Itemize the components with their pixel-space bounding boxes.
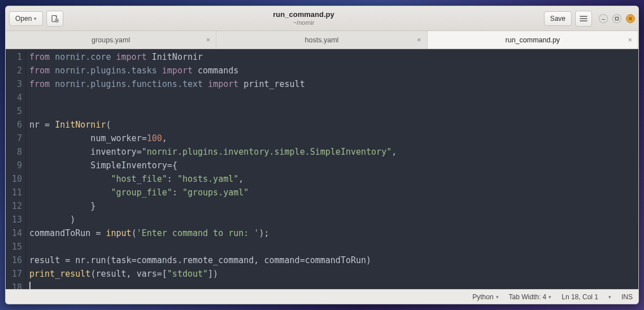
- line-number: 10: [6, 172, 22, 186]
- line-number: 14: [6, 226, 22, 240]
- code-line[interactable]: }: [29, 199, 638, 213]
- close-icon: [628, 16, 633, 21]
- hamburger-icon: [580, 15, 588, 22]
- save-button-label: Save: [550, 15, 565, 23]
- chevron-down-icon: ▾: [34, 16, 37, 21]
- open-button-label: Open: [15, 15, 32, 23]
- code-line[interactable]: [29, 104, 638, 118]
- tab-groups-yaml[interactable]: groups.yaml ×: [6, 31, 216, 49]
- tab-close-icon[interactable]: ×: [628, 36, 632, 44]
- line-number: 5: [6, 104, 22, 118]
- line-number: 17: [6, 267, 22, 281]
- minimize-icon: [601, 16, 606, 21]
- code-line[interactable]: num_worker=100,: [29, 132, 638, 145]
- status-tab-width-label: Tab Width: 4: [509, 293, 547, 301]
- code-line[interactable]: result = nr.run(task=commands.remote_com…: [29, 254, 638, 267]
- line-number: 3: [6, 77, 22, 91]
- line-number: 15: [6, 240, 22, 254]
- window-title: run_command.py: [67, 11, 540, 19]
- maximize-button[interactable]: [612, 14, 621, 23]
- tab-close-icon[interactable]: ×: [417, 36, 421, 44]
- status-insert-label: INS: [621, 293, 633, 301]
- chevron-down-icon: ▾: [549, 294, 551, 300]
- code-line[interactable]: [29, 91, 638, 104]
- maximize-icon: [615, 16, 619, 21]
- status-bar: Python ▾ Tab Width: 4 ▾ Ln 18, Col 1 ▾ I…: [6, 289, 638, 304]
- code-line[interactable]: [29, 240, 638, 254]
- code-content[interactable]: from nornir.core import InitNornirfrom n…: [26, 49, 638, 289]
- close-button[interactable]: [626, 14, 635, 23]
- save-button[interactable]: Save: [544, 11, 572, 26]
- code-line[interactable]: nr = InitNornir(: [29, 118, 638, 132]
- code-line[interactable]: from nornir.plugins.functions.text impor…: [29, 77, 638, 91]
- line-number: 4: [6, 91, 22, 104]
- tab-label: groups.yaml: [92, 36, 130, 44]
- line-number: 18: [6, 281, 22, 289]
- status-cursor-position[interactable]: Ln 18, Col 1: [562, 293, 598, 301]
- chevron-down-icon: ▾: [608, 294, 611, 300]
- code-line[interactable]: [29, 281, 638, 289]
- minimize-button[interactable]: [599, 14, 608, 23]
- code-line[interactable]: print_result(result, vars=["stdout"]): [29, 267, 638, 281]
- editor-window: Open ▾ run_command.py ~/nornir Save: [5, 6, 639, 304]
- code-line[interactable]: commandToRun = input('Enter command to r…: [29, 226, 638, 240]
- window-subtitle: ~/nornir: [67, 19, 540, 26]
- tab-hosts-yaml[interactable]: hosts.yaml ×: [216, 31, 427, 49]
- titlebar: Open ▾ run_command.py ~/nornir Save: [6, 6, 638, 31]
- line-number: 11: [6, 186, 22, 199]
- window-controls: [599, 14, 635, 23]
- tab-run-command-py[interactable]: run_command.py ×: [428, 31, 638, 49]
- line-number: 13: [6, 213, 22, 226]
- open-button[interactable]: Open ▾: [9, 11, 43, 26]
- text-cursor: [29, 282, 31, 289]
- status-insert-mode[interactable]: INS: [621, 293, 633, 301]
- code-line[interactable]: "host_file": "hosts.yaml",: [29, 172, 638, 186]
- code-line[interactable]: ): [29, 213, 638, 226]
- code-editor[interactable]: 123456789101112131415161718 from nornir.…: [6, 49, 638, 289]
- line-number: 7: [6, 132, 22, 145]
- line-number: 8: [6, 145, 22, 159]
- line-number: 12: [6, 199, 22, 213]
- code-line[interactable]: from nornir.plugins.tasks import command…: [29, 64, 638, 77]
- hamburger-menu-button[interactable]: [575, 11, 592, 27]
- line-number: 6: [6, 118, 22, 132]
- line-number: 16: [6, 254, 22, 267]
- line-number-gutter: 123456789101112131415161718: [6, 49, 26, 289]
- tab-label: run_command.py: [506, 36, 560, 44]
- code-line[interactable]: "group_file": "groups.yaml": [29, 186, 638, 199]
- line-number: 2: [6, 64, 22, 77]
- new-document-icon: [51, 15, 59, 23]
- chevron-down-icon: ▾: [496, 294, 499, 300]
- editor-area: 123456789101112131415161718 from nornir.…: [6, 49, 638, 289]
- code-line[interactable]: SimpleInventory={: [29, 159, 638, 172]
- code-line[interactable]: inventory="nornir.plugins.inventory.simp…: [29, 145, 638, 159]
- status-tab-width[interactable]: Tab Width: 4 ▾: [509, 293, 552, 301]
- tab-label: hosts.yaml: [305, 36, 339, 44]
- line-number: 1: [6, 50, 22, 64]
- status-language[interactable]: Python ▾: [472, 293, 498, 301]
- status-position-label: Ln 18, Col 1: [562, 293, 598, 301]
- new-document-button[interactable]: [46, 11, 63, 27]
- code-line[interactable]: from nornir.core import InitNornir: [29, 50, 638, 64]
- line-number: 9: [6, 159, 22, 172]
- tab-bar: groups.yaml × hosts.yaml × run_command.p…: [6, 31, 638, 49]
- tab-close-icon[interactable]: ×: [206, 36, 211, 44]
- svg-rect-2: [616, 17, 619, 20]
- status-language-label: Python: [472, 293, 493, 301]
